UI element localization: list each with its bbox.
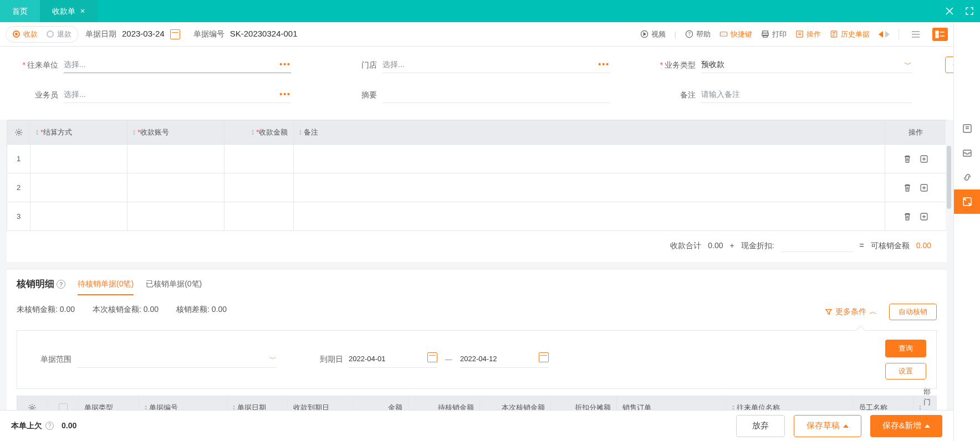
tab-receipt[interactable]: 收款单 ✕ [40, 0, 98, 22]
help-icon[interactable]: ? [57, 280, 65, 289]
table-row[interactable]: 1 [7, 145, 947, 173]
date-from-input[interactable]: 2022-04-01 [349, 351, 437, 368]
calendar-icon[interactable] [427, 352, 437, 366]
discard-button[interactable]: 放弃 [736, 415, 785, 437]
tab-home[interactable]: 首页 [0, 0, 40, 22]
discount-input[interactable] [781, 239, 853, 252]
view-detail-icon[interactable] [932, 28, 948, 41]
remark-input[interactable]: 请输入备注 [701, 86, 912, 103]
fullscreen-icon[interactable] [962, 4, 977, 18]
chevron-up-icon: ︿ [869, 306, 877, 317]
settlement-table: *结算方式 *收款账号 *收款金额 备注 操作 1 2 3 [7, 120, 947, 231]
vendor-placeholder: 选择... [64, 59, 86, 70]
scroll-thumb[interactable] [947, 146, 951, 209]
vendor-label: 往来单位 [6, 59, 64, 71]
sort-icon [252, 129, 254, 136]
calendar-icon[interactable] [539, 352, 549, 366]
close-icon[interactable]: ✕ [80, 6, 85, 16]
range-select[interactable]: ﹀ [77, 351, 277, 368]
nav-arrows [879, 31, 890, 38]
doc-date-value[interactable]: 2023-03-24 [122, 28, 165, 40]
col-account[interactable]: *收款账号 [127, 121, 224, 144]
next-doc-icon[interactable] [885, 31, 890, 38]
link-print[interactable]: 打印 [761, 29, 787, 40]
discount-label: 现金折扣: [741, 240, 774, 252]
delete-row-icon[interactable] [903, 155, 912, 163]
radio-dot-icon [13, 30, 20, 38]
radio-receive[interactable]: 收款 [13, 29, 38, 40]
query-button[interactable]: 查询 [885, 340, 926, 357]
calendar-icon[interactable] [170, 29, 180, 39]
save-draft-button[interactable]: 保存草稿 [794, 415, 861, 437]
vertical-scrollbar[interactable] [946, 120, 952, 231]
link-ops-label: 操作 [807, 29, 821, 40]
top-tab-bar: 首页 收款单 ✕ [0, 0, 980, 22]
ellipsis-icon[interactable]: ••• [279, 59, 291, 70]
link-history-label: 历史单据 [841, 29, 870, 40]
store-input[interactable]: 选择...••• [382, 57, 610, 73]
link-help-label: 帮助 [696, 29, 711, 40]
sort-icon [133, 129, 135, 136]
link-ops[interactable]: 操作 [795, 29, 821, 40]
ellipsis-icon[interactable]: ••• [279, 89, 291, 100]
caret-up-icon [843, 424, 849, 428]
doc-no-label: 单据编号 [193, 28, 224, 40]
equals-sign: = [860, 240, 864, 252]
window-close-icon[interactable] [942, 4, 957, 18]
stat-unwrite: 未核销金额: 0.00 [17, 304, 75, 320]
rail-inbox-icon[interactable] [954, 141, 981, 165]
add-row-icon[interactable] [920, 155, 928, 163]
link-shortcut[interactable]: 快捷键 [719, 29, 752, 40]
add-row-icon[interactable] [920, 212, 928, 221]
add-row-icon[interactable] [920, 183, 928, 192]
range-label: 单据范围 [27, 353, 77, 365]
right-rail [953, 22, 980, 441]
more-conditions[interactable]: 更多条件 ︿ [825, 306, 877, 317]
svg-point-12 [17, 131, 19, 134]
ellipsis-icon[interactable]: ••• [598, 59, 610, 70]
table-row[interactable]: 3 [7, 202, 947, 231]
radio-refund[interactable]: 退款 [47, 29, 72, 40]
auto-writeoff-button[interactable]: 自动核销 [889, 304, 937, 320]
delete-row-icon[interactable] [903, 212, 912, 221]
salesman-input[interactable]: 选择...••• [64, 86, 291, 103]
summary-input[interactable] [382, 86, 610, 103]
sort-icon [299, 129, 302, 136]
rail-expand-icon[interactable] [954, 189, 981, 214]
rail-link-icon[interactable] [954, 165, 981, 189]
view-list-icon[interactable] [908, 28, 923, 41]
section-title: 核销明细? [17, 277, 65, 291]
col-remark[interactable]: 备注 [294, 121, 885, 144]
filter-settings-button[interactable]: 设置 [885, 363, 926, 380]
tab-done[interactable]: 已核销单据(0笔) [146, 278, 202, 290]
chevron-down-icon[interactable]: ﹀ [904, 59, 912, 70]
btype-label: 业务类型 [643, 59, 701, 71]
save-new-button[interactable]: 保存&新增 [870, 415, 942, 437]
col-settings[interactable] [7, 121, 30, 144]
vendor-input[interactable]: 选择...••• [64, 57, 291, 73]
chevron-down-icon[interactable]: ﹀ [269, 353, 277, 365]
sort-icon [36, 129, 38, 136]
remark-label: 备注 [643, 89, 701, 101]
radio-receive-label: 收款 [23, 29, 38, 40]
delete-row-icon[interactable] [903, 183, 912, 192]
col-amount[interactable]: *收款金额 [224, 121, 294, 144]
prev-doc-icon[interactable] [879, 31, 883, 38]
col-settle[interactable]: *结算方式 [30, 121, 127, 144]
link-help[interactable]: ?帮助 [685, 29, 711, 40]
writeoff-value: 0.00 [916, 240, 931, 252]
due-label: 到期日 [310, 353, 349, 365]
link-history[interactable]: 历史单据 [830, 29, 870, 40]
table-row[interactable]: 2 [7, 173, 947, 202]
help-icon[interactable]: ? [45, 422, 54, 430]
tab-pending[interactable]: 待核销单据(0笔) [78, 278, 134, 290]
date-to-input[interactable]: 2022-04-12 [460, 351, 549, 368]
link-video[interactable]: 视频 [640, 29, 666, 40]
store-placeholder: 选择... [382, 59, 405, 70]
salesman-label: 业务员 [6, 89, 64, 101]
rail-note-icon[interactable] [954, 116, 981, 141]
stat-diff: 核销差额: 0.00 [176, 304, 227, 320]
svg-rect-7 [797, 31, 803, 37]
btype-select[interactable]: 预收款﹀ [701, 57, 912, 73]
tab-home-label: 首页 [12, 6, 28, 17]
